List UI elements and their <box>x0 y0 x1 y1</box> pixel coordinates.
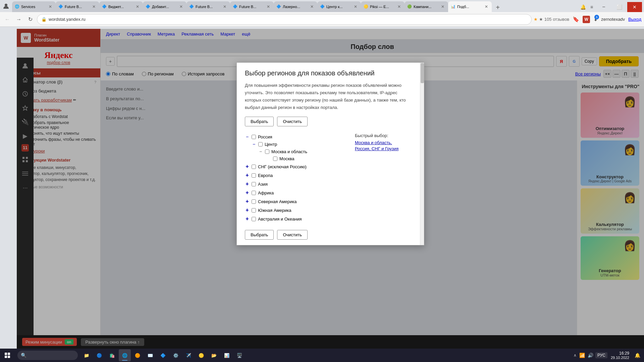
tab-close-5[interactable]: ✕ <box>222 4 227 9</box>
tab-active[interactable]: 📊 Подб... ✕ <box>448 1 492 12</box>
checkbox-australia[interactable] <box>252 217 256 221</box>
region-label-southamerica[interactable]: Южная Америка <box>258 208 291 213</box>
taskbar-store[interactable]: 🛍️ <box>106 349 118 361</box>
taskbar-files[interactable]: 📂 <box>208 349 220 361</box>
start-button[interactable] <box>0 349 15 362</box>
expand-africa[interactable]: + <box>245 190 250 196</box>
tab-4[interactable]: 🔷 Добавит... ✕ <box>143 1 186 12</box>
checkbox-russia[interactable] <box>252 135 256 139</box>
taskbar-ya[interactable]: 🟠 <box>131 349 144 361</box>
taskbar-search-button[interactable]: 🔍 <box>17 351 78 360</box>
region-label-europe[interactable]: Европа <box>258 173 273 178</box>
select-btn-bottom[interactable]: Выбрать <box>245 230 274 240</box>
tab-close-3[interactable]: ✕ <box>135 4 140 9</box>
tab-close-4[interactable]: ✕ <box>178 4 184 9</box>
new-tab-button[interactable]: + <box>493 3 502 12</box>
forward-button[interactable]: → <box>14 15 23 24</box>
region-label-asia[interactable]: Азия <box>258 182 268 187</box>
expand-asia[interactable]: + <box>245 181 250 187</box>
checkbox-asia[interactable] <box>252 182 256 186</box>
taskbar-yabrowser[interactable]: 🟡 <box>195 349 207 361</box>
download-section: ⬇ 6 <box>593 16 598 22</box>
expand-northamerica[interactable]: + <box>245 198 250 204</box>
modal-overlay[interactable]: Выбор регионов для показов объявлений Дл… <box>17 29 644 349</box>
taskbar-browser-active[interactable]: 🌐 <box>119 349 131 361</box>
region-label-australia[interactable]: Австралия и Океания <box>258 217 302 222</box>
taskbar-mail[interactable]: ✉️ <box>144 349 156 361</box>
taskbar-other[interactable]: 🖥️ <box>233 349 246 361</box>
tab-7[interactable]: 🔷 Лазерно... ✕ <box>274 1 317 12</box>
checkbox-moscow[interactable] <box>273 157 277 161</box>
quick-link-2[interactable]: Россия, СНГ и Грузия <box>355 146 412 151</box>
tab-close-active[interactable]: ✕ <box>484 4 489 9</box>
notifications-icon[interactable]: 🔔 <box>579 3 587 11</box>
checkbox-southamerica[interactable] <box>252 208 256 213</box>
tray-volume[interactable]: 🔊 <box>587 352 594 359</box>
profile-menu-icon[interactable]: ≡ <box>588 3 596 11</box>
tab-2[interactable]: 🔷 Future B... ✕ <box>56 1 99 12</box>
quick-link-1[interactable]: Москва и область, <box>355 140 412 145</box>
checkbox-cis[interactable] <box>252 165 256 169</box>
select-btn-top[interactable]: Выбрать <box>245 117 274 126</box>
tray-network[interactable]: 📶 <box>579 352 586 359</box>
taskbar-telegram[interactable]: ✈️ <box>182 349 195 361</box>
lang-indicator[interactable]: РУС <box>595 352 607 358</box>
tab-close-6[interactable]: ✕ <box>266 4 271 9</box>
checkbox-moskobl[interactable] <box>265 149 269 154</box>
clear-btn-bottom[interactable]: Очистить <box>277 230 308 240</box>
region-label-center[interactable]: Центр <box>265 142 277 147</box>
address-bar[interactable]: 🔒 wordstat.yandex.ru <box>37 14 532 25</box>
close-button[interactable]: ✕ <box>627 2 642 12</box>
taskbar-chrome[interactable]: 🔵 <box>93 349 105 361</box>
expand-australia[interactable]: + <box>245 216 250 222</box>
region-label-northamerica[interactable]: Северная Америка <box>258 199 297 204</box>
logout-link[interactable]: Выход <box>628 17 641 22</box>
tab-close-7[interactable]: ✕ <box>309 4 315 9</box>
region-label-cis[interactable]: СНГ (исключая Россию) <box>258 164 307 169</box>
taskbar-folder[interactable]: 📁 <box>80 349 93 361</box>
tab-8[interactable]: 🔷 Центр к... ✕ <box>317 1 361 12</box>
taskbar-settings[interactable]: ⚙️ <box>170 349 182 361</box>
taskbar-edge[interactable]: 🔷 <box>157 349 169 361</box>
minimize-button[interactable]: − <box>596 2 611 12</box>
reload-button[interactable]: ↻ <box>25 15 35 24</box>
notifications-bell[interactable]: 🔔 <box>633 351 642 360</box>
restore-button[interactable]: ⬜ <box>612 2 627 12</box>
region-label-moskobl[interactable]: Москва и область <box>271 149 307 154</box>
expand-moskobl[interactable]: − <box>258 149 263 154</box>
tab-close-8[interactable]: ✕ <box>353 4 358 9</box>
tray-up-arrow[interactable]: ∧ <box>573 352 577 358</box>
checkbox-africa[interactable] <box>252 191 256 195</box>
bookmark-icon[interactable]: 🔖 <box>573 16 579 22</box>
checkbox-northamerica[interactable] <box>252 199 256 204</box>
region-label-moscow[interactable]: Москва <box>279 156 294 161</box>
svg-point-0 <box>5 4 7 6</box>
expand-center[interactable]: − <box>252 141 256 147</box>
clock-display[interactable]: 16:29 29.10.2022 <box>609 350 631 360</box>
tab-3[interactable]: 🔷 Виджет... ✕ <box>99 1 143 12</box>
reviews-section[interactable]: ★ ★ 105 отзывов <box>534 17 569 22</box>
tab-6[interactable]: 🔷 Future B... ✕ <box>230 1 274 12</box>
wordstater-icon[interactable]: W <box>583 16 590 23</box>
checkbox-europe[interactable] <box>252 173 256 178</box>
back-button[interactable]: ← <box>3 15 12 24</box>
taskbar-excel[interactable]: 📊 <box>221 349 233 361</box>
expand-europe[interactable]: + <box>245 172 250 178</box>
tab-close-1[interactable]: ✕ <box>48 4 53 9</box>
tab-close-2[interactable]: ✕ <box>91 4 97 9</box>
modal-scrollbar[interactable] <box>420 63 424 245</box>
expand-southamerica[interactable]: + <box>245 207 250 213</box>
tab-close-10[interactable]: ✕ <box>440 4 445 9</box>
region-label-russia[interactable]: Россия <box>258 134 272 139</box>
expand-cis[interactable]: + <box>245 164 250 170</box>
expand-russia[interactable]: − <box>245 134 250 139</box>
tab-services[interactable]: 🌐 Services ✕ <box>12 1 56 12</box>
tab-close-9[interactable]: ✕ <box>396 4 402 9</box>
profile-icon[interactable] <box>0 0 12 12</box>
tab-9[interactable]: 🟡 Piksi — E... ✕ <box>361 1 405 12</box>
tab-10[interactable]: 🟢 Кампани... ✕ <box>405 1 448 12</box>
region-label-africa[interactable]: Африка <box>258 190 274 195</box>
clear-btn-top[interactable]: Очистить <box>277 117 308 126</box>
tab-5[interactable]: 🔷 Future B... ✕ <box>186 1 230 12</box>
checkbox-center[interactable] <box>258 142 263 146</box>
